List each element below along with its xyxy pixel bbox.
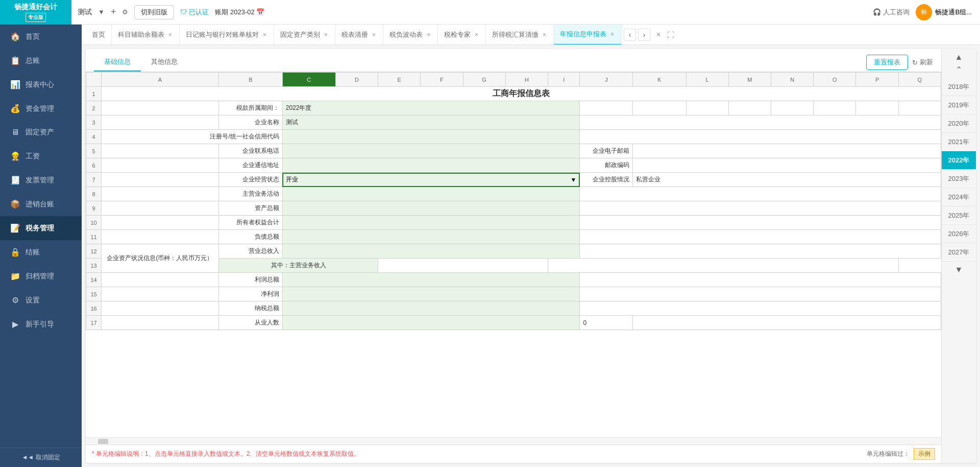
col-N[interactable]: N — [771, 73, 813, 87]
sidebar-item-assets[interactable]: 🖥 固定资产 — [0, 121, 82, 144]
col-O[interactable]: O — [814, 73, 856, 87]
tab-close-icon[interactable]: × — [609, 31, 615, 38]
sidebar-item-ledger[interactable]: 📋 总账 — [0, 49, 82, 73]
horizontal-scrollbar[interactable] — [86, 437, 941, 445]
cell-7-K[interactable]: 私营企业 — [633, 173, 941, 187]
add-tab-button[interactable]: + — [111, 7, 116, 17]
cell-2-Q[interactable] — [898, 101, 941, 115]
cell-2-J[interactable] — [580, 101, 633, 115]
tab-assets[interactable]: 固定资产类别 × — [274, 25, 335, 45]
tab-taxcheck[interactable]: 税检专家 × — [438, 25, 486, 45]
cell-17-C[interactable] — [282, 316, 580, 330]
sub-tab-basic[interactable]: 基础信息 — [94, 53, 141, 72]
cell-4-J[interactable] — [580, 130, 941, 144]
sidebar-item-inventory[interactable]: 📦 进销台账 — [0, 192, 82, 216]
tab-close-icon[interactable]: × — [542, 31, 547, 38]
tab-incometax[interactable]: 所得税汇算清缴 × — [486, 25, 554, 45]
sidebar-item-reports[interactable]: 📊 报表中心 — [0, 73, 82, 97]
cell-2-N[interactable] — [771, 101, 813, 115]
cell-9-J[interactable] — [580, 201, 941, 216]
col-E[interactable]: E — [378, 73, 421, 87]
sidebar-item-close[interactable]: 🔒 结账 — [0, 240, 82, 264]
col-F[interactable]: F — [421, 73, 463, 87]
cell-2-M[interactable] — [728, 101, 771, 115]
year-2018[interactable]: 2018年 — [942, 78, 976, 96]
tab-aux[interactable]: 科目辅助余额表 × — [112, 25, 180, 45]
year-scroll-up-chevron[interactable]: ⌃ — [949, 63, 969, 76]
cell-3-J[interactable] — [580, 115, 941, 130]
tab-close-icon[interactable]: × — [474, 31, 479, 38]
cell-12-C[interactable] — [282, 244, 580, 259]
tab-close-icon[interactable]: × — [426, 31, 431, 38]
reset-report-button[interactable]: 重置报表 — [866, 55, 908, 70]
cell-16-A[interactable] — [102, 301, 219, 316]
cell-6-A[interactable] — [102, 158, 219, 173]
col-K[interactable]: K — [633, 73, 686, 87]
dropdown-arrow-icon[interactable]: ▼ — [571, 176, 577, 183]
settings-icon[interactable]: ⚙ — [122, 8, 128, 16]
cell-10-C[interactable] — [282, 216, 580, 230]
cell-12-J[interactable] — [580, 244, 941, 259]
cell-2-K[interactable] — [633, 101, 686, 115]
cancel-fixed-button[interactable]: ◄◄ 取消固定 — [0, 448, 82, 467]
sidebar-item-settings[interactable]: ⚙ 设置 — [0, 288, 82, 312]
cell-15-A[interactable] — [102, 287, 219, 301]
project-dropdown-icon[interactable]: ▼ — [98, 8, 105, 16]
col-G[interactable]: G — [463, 73, 505, 87]
col-A[interactable]: A — [102, 73, 219, 87]
cell-11-A[interactable] — [102, 230, 219, 244]
year-2025[interactable]: 2025年 — [942, 206, 976, 225]
cell-10-J[interactable] — [580, 216, 941, 230]
col-I[interactable]: I — [548, 73, 580, 87]
expand-icon[interactable]: ⛶ — [665, 29, 677, 41]
cell-3-C[interactable]: 测试 — [282, 115, 580, 130]
tab-close-icon[interactable]: × — [167, 31, 173, 38]
tab-home[interactable]: 首页 — [86, 25, 112, 45]
sidebar-item-funds[interactable]: 💰 资金管理 — [0, 97, 82, 121]
customer-service-button[interactable]: 🎧 人工咨询 — [873, 8, 910, 17]
cell-17-A[interactable] — [102, 316, 219, 330]
tab-journal[interactable]: 日记账与银行对账单核对 × — [180, 25, 274, 45]
year-2020[interactable]: 2020年 — [942, 114, 976, 133]
cell-8-J[interactable] — [580, 187, 941, 201]
tab-close-icon[interactable]: × — [262, 31, 267, 38]
cell-11-J[interactable] — [580, 230, 941, 244]
year-2022[interactable]: 2022年 — [942, 151, 976, 170]
cell-13-F[interactable] — [378, 259, 548, 273]
switch-old-version-button[interactable]: 切到旧版 — [134, 5, 174, 19]
tab-taxwave[interactable]: 税负波动表 × — [383, 25, 438, 45]
tab-prev-button[interactable]: ‹ — [624, 29, 636, 41]
cell-6-K[interactable] — [633, 158, 941, 173]
col-H[interactable]: H — [505, 73, 548, 87]
cell-2-P[interactable] — [856, 101, 898, 115]
cell-11-C[interactable] — [282, 230, 580, 244]
cell-3-A[interactable] — [102, 115, 219, 130]
sidebar-item-home[interactable]: 🏠 首页 — [0, 25, 82, 49]
col-J[interactable]: J — [580, 73, 633, 87]
cell-14-J[interactable] — [580, 273, 941, 287]
cell-7-C-dropdown[interactable]: 开业 ▼ — [282, 173, 580, 187]
cell-2-L[interactable] — [686, 101, 728, 115]
cell-9-C[interactable] — [282, 201, 580, 216]
col-B[interactable]: B — [218, 73, 282, 87]
year-2019[interactable]: 2019年 — [942, 96, 976, 114]
user-menu[interactable]: 畅 畅捷通B组... — [916, 4, 972, 20]
col-Q[interactable]: Q — [898, 73, 941, 87]
cell-8-A[interactable] — [102, 187, 219, 201]
cell-7-A[interactable] — [102, 173, 219, 187]
spreadsheet[interactable]: A B C D E F G H I J K L — [86, 72, 941, 437]
cell-4-C[interactable] — [282, 130, 580, 144]
cell-16-J[interactable] — [580, 301, 941, 316]
cell-14-A[interactable] — [102, 273, 219, 287]
sidebar-item-salary[interactable]: 👷 工资 — [0, 144, 82, 168]
tab-next-button[interactable]: › — [638, 29, 650, 41]
cell-2-O[interactable] — [814, 101, 856, 115]
year-scroll-up-button[interactable]: ▲ — [949, 51, 969, 63]
cell-5-K[interactable] — [633, 144, 941, 158]
cell-6-C[interactable] — [282, 158, 580, 173]
hscroll-thumb[interactable] — [98, 439, 108, 444]
sidebar-item-tax[interactable]: 📝 税务管理 — [0, 216, 82, 240]
cell-17-K[interactable] — [633, 316, 941, 330]
cell-15-J[interactable] — [580, 287, 941, 301]
col-L[interactable]: L — [686, 73, 728, 87]
